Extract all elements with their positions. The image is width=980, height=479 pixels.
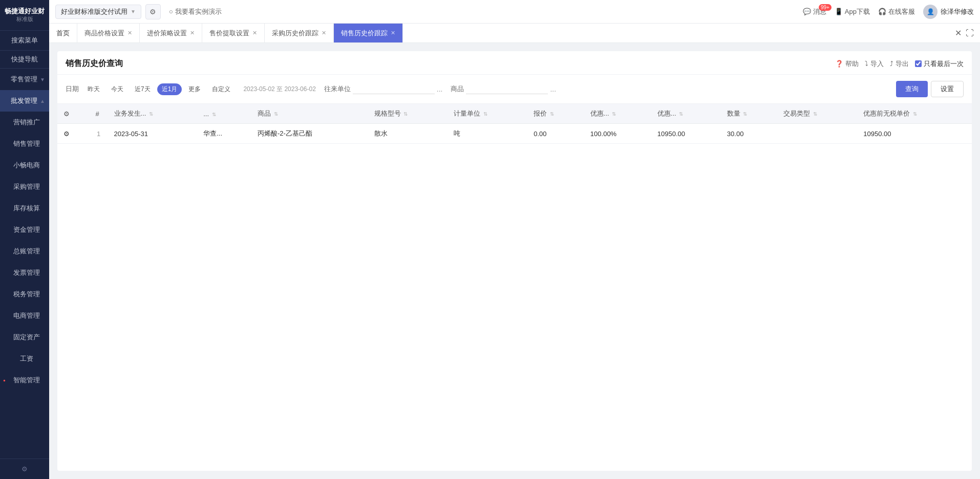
source-unit-label: 往来单位 [324, 84, 351, 94]
sidebar-item-2[interactable]: 营销推广 [0, 112, 49, 133]
row-settings-icon[interactable]: ⚙ [63, 130, 70, 138]
expand-tab-btn[interactable]: ⛶ [964, 29, 976, 38]
sidebar-item-1[interactable]: 批发管理▲ [0, 90, 49, 112]
col-header-more[interactable]: ... ⇅ [197, 104, 251, 124]
tab-close-3[interactable]: ✕ [252, 30, 257, 36]
app-download-btn[interactable]: 📱 App下载 [835, 7, 870, 16]
demo-link[interactable]: ○ 我要看实例演示 [169, 7, 222, 16]
filter-settings-btn[interactable]: 设置 [931, 81, 964, 97]
sidebar-item-label-9: 发票管理 [8, 268, 45, 277]
message-btn[interactable]: 💬 消息 99+ [803, 7, 826, 16]
sidebar-item-label-4: 小畅电商 [8, 161, 45, 170]
version-settings-btn[interactable]: ⚙ [145, 4, 161, 19]
sidebar-item-6[interactable]: 库存核算 [0, 198, 49, 219]
table-settings-icon[interactable]: ⚙ [63, 110, 70, 118]
show-last-checkbox[interactable]: 只看最后一次 [915, 59, 964, 69]
product-dots-btn[interactable]: ... [550, 85, 556, 93]
sidebar-item-13[interactable]: 工资 [0, 348, 49, 369]
cell-quantity-0: 30.00 [721, 124, 778, 144]
demo-label: 我要看实例演示 [175, 7, 222, 16]
source-unit-field: 往来单位 ... [324, 84, 443, 94]
source-unit-dots-btn[interactable]: ... [437, 85, 443, 93]
sort-icon-product[interactable]: ⇅ [274, 111, 278, 117]
sidebar-item-label-7: 资金管理 [8, 225, 45, 234]
online-service-btn[interactable]: 🎧 在线客服 [878, 7, 915, 16]
sidebar-settings-btn[interactable]: ⚙ [0, 459, 49, 479]
tab-sale-price[interactable]: 售价提取设置✕ [202, 24, 265, 43]
sort-icon-spec[interactable]: ⇅ [403, 111, 408, 117]
col-header-product[interactable]: 商品 ⇅ [251, 104, 368, 124]
col-header-discount_pct[interactable]: 优惠... ⇅ [584, 104, 651, 124]
cell-price-0: 0.00 [527, 124, 584, 144]
date-btn-custom[interactable]: 自定义 [207, 83, 235, 95]
topbar: 好业财标准版交付试用 ▼ ⚙ ○ 我要看实例演示 💬 消息 99+ 📱 App下… [49, 0, 980, 24]
sidebar-item-14[interactable]: 智能管理 [0, 369, 49, 391]
close-tab-btn[interactable]: ✕ [953, 28, 964, 38]
col-header-spec[interactable]: 规格型号 ⇅ [368, 104, 448, 124]
import-btn[interactable]: ⤵ 导入 [865, 59, 884, 69]
sidebar-item-8[interactable]: 总账管理 [0, 241, 49, 262]
col-header-business_date[interactable]: 业务发生... ⇅ [108, 104, 198, 124]
tab-price[interactable]: 商品价格设置✕ [77, 24, 140, 43]
col-header-pretax_price[interactable]: 优惠前无税单价 ⇅ [857, 104, 972, 124]
query-btn[interactable]: 查询 [896, 81, 928, 97]
sidebar-item-3[interactable]: 销售管理 [0, 133, 49, 155]
date-btn-more[interactable]: 更多 [184, 83, 205, 95]
filter-bar: 日期 昨天今天近7天近1月更多自定义 2023-05-02 至 2023-06-… [57, 75, 972, 104]
sidebar-item-0[interactable]: 零售管理▼ [0, 69, 49, 90]
tab-home[interactable]: 首页 [49, 24, 77, 43]
sidebar-item-5[interactable]: 采购管理 [0, 176, 49, 198]
col-header-price[interactable]: 报价 ⇅ [527, 104, 584, 124]
sidebar-item-10[interactable]: 税务管理 [0, 284, 49, 305]
sort-icon-pretax_price[interactable]: ⇅ [913, 111, 917, 117]
tab-label-0: 首页 [56, 29, 70, 38]
app-logo: 畅捷通好业财 标准版 [0, 0, 49, 31]
app-edition: 标准版 [16, 15, 33, 23]
tab-purchase-history[interactable]: 采购历史价跟踪✕ [265, 24, 334, 43]
date-btn-yesterday[interactable]: 昨天 [83, 83, 104, 95]
tab-sale-history[interactable]: 销售历史价跟踪✕ [334, 24, 403, 43]
sidebar-item-11[interactable]: 电商管理 [0, 305, 49, 326]
tab-label-3: 售价提取设置 [209, 29, 249, 38]
date-btn-today[interactable]: 今天 [106, 83, 128, 95]
tab-purchase-strategy[interactable]: 进价策略设置✕ [140, 24, 202, 43]
sort-icon-trade_type[interactable]: ⇅ [813, 111, 817, 117]
product-input[interactable] [466, 84, 548, 94]
user-name: 徐泽华修改 [941, 7, 974, 16]
help-btn[interactable]: ❓ 帮助 [835, 59, 859, 69]
sort-icon-business_date[interactable]: ⇅ [149, 111, 153, 117]
chevron-down-icon: ▼ [131, 9, 136, 14]
col-header-unit[interactable]: 计量单位 ⇅ [448, 104, 527, 124]
col-header-quantity[interactable]: 数量 ⇅ [721, 104, 778, 124]
search-menu-btn[interactable]: 搜索菜单 [0, 31, 49, 51]
col-header-discount_val[interactable]: 优惠... ⇅ [651, 104, 721, 124]
sidebar-item-7[interactable]: 资金管理 [0, 219, 49, 241]
user-info[interactable]: 👤 徐泽华修改 [923, 5, 974, 19]
sort-icon-quantity[interactable]: ⇅ [743, 111, 747, 117]
sidebar-item-4[interactable]: 小畅电商 [0, 155, 49, 176]
export-btn[interactable]: ⤴ 导出 [890, 59, 909, 69]
show-last-input[interactable] [915, 60, 922, 67]
cell-settings-0: ⚙ [57, 124, 90, 144]
help-icon: ❓ [835, 60, 843, 68]
version-selector[interactable]: 好业财标准版交付试用 ▼ [55, 5, 141, 19]
date-btn-1month[interactable]: 近1月 [157, 83, 182, 95]
sort-icon-more[interactable]: ⇅ [212, 112, 216, 117]
table-row[interactable]: ⚙12023-05-31华查...丙烯酸-2-乙基己酯散水吨0.00100.00… [57, 124, 972, 144]
tab-close-1[interactable]: ✕ [127, 30, 132, 36]
sort-icon-discount_val[interactable]: ⇅ [679, 111, 683, 117]
tab-close-4[interactable]: ✕ [322, 30, 326, 36]
tab-close-5[interactable]: ✕ [391, 30, 395, 36]
source-unit-input[interactable] [353, 84, 435, 94]
quick-nav-btn[interactable]: 快捷导航 [0, 51, 49, 69]
phone-icon: 📱 [835, 8, 843, 15]
main-content: 好业财标准版交付试用 ▼ ⚙ ○ 我要看实例演示 💬 消息 99+ 📱 App下… [49, 0, 980, 479]
sort-icon-discount_pct[interactable]: ⇅ [612, 111, 616, 117]
tab-close-2[interactable]: ✕ [190, 30, 195, 36]
date-btn-7days[interactable]: 近7天 [130, 83, 155, 95]
sidebar-item-12[interactable]: 固定资产 [0, 326, 49, 348]
col-header-trade_type[interactable]: 交易类型 ⇅ [777, 104, 857, 124]
sort-icon-price[interactable]: ⇅ [550, 111, 554, 117]
sort-icon-unit[interactable]: ⇅ [483, 111, 487, 117]
sidebar-item-9[interactable]: 发票管理 [0, 262, 49, 284]
